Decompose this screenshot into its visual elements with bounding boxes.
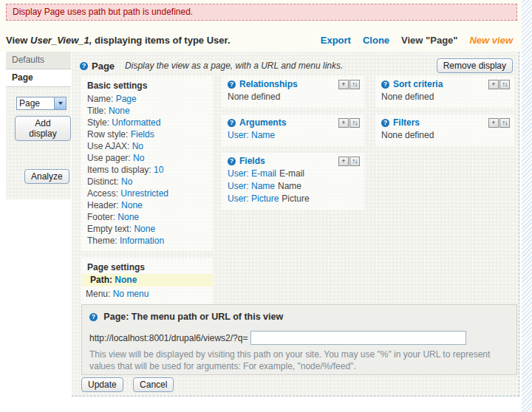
theme-edge-decoration <box>522 0 532 412</box>
setting-style-link[interactable]: Unformatted <box>112 117 160 128</box>
setting-row-distinct: Distinct: No <box>87 176 208 188</box>
view-title-suffix: displaying items of type User. <box>95 35 231 46</box>
menu-label: Menu: <box>86 289 110 299</box>
field-picture-label: Picture <box>282 193 309 204</box>
setting-label: Empty text: <box>87 224 132 234</box>
add-display-button[interactable]: Add display <box>15 116 71 141</box>
setting-pager-link[interactable]: No <box>133 153 144 163</box>
setting-ajax-link[interactable]: No <box>132 141 143 151</box>
setting-header-link[interactable]: None <box>121 200 143 210</box>
setting-label: Style: <box>87 117 109 128</box>
setting-row-row-style: Row style: Fields <box>87 128 208 140</box>
add-icon[interactable]: + <box>338 80 349 89</box>
analyze-button[interactable]: Analyze <box>24 169 69 184</box>
setting-label: Theme: <box>87 236 117 246</box>
path-url-prefix: http://localhost:8001/drupal6/views2/?q= <box>89 333 248 343</box>
field-name-link[interactable]: User: Name <box>228 181 275 191</box>
filters-title-link[interactable]: Filters <box>393 117 488 128</box>
help-icon[interactable]: ? <box>89 313 98 321</box>
path-form-header: ? Page: The menu path or URL of this vie… <box>89 312 508 322</box>
filters-header: ? Filters + ↑↓ <box>381 117 510 129</box>
setting-theme-link[interactable]: Information <box>120 236 164 246</box>
rearrange-icon[interactable]: ↑↓ <box>349 80 360 89</box>
rearrange-icon[interactable]: ↑↓ <box>499 118 510 128</box>
tab-defaults[interactable]: Defaults <box>6 52 71 69</box>
relationships-header: ? Relationships + ↑↓ <box>228 79 360 91</box>
relationships-title-link[interactable]: Relationships <box>239 79 338 89</box>
path-setting-row: Path: None <box>81 274 213 286</box>
page-settings-block: Page settings Path: None Menu: No menu <box>81 258 213 304</box>
fields-title-link[interactable]: Fields <box>239 156 338 166</box>
display-title: Page <box>92 61 115 72</box>
path-value-link[interactable]: None <box>115 275 137 285</box>
filters-block: ? Filters + ↑↓ None defined <box>375 114 514 146</box>
display-type-select[interactable]: Page <box>16 97 66 110</box>
relationships-block: ? Relationships + ↑↓ None defined <box>222 76 364 108</box>
help-icon[interactable]: ? <box>228 157 236 165</box>
view-actions: Export Clone View "Page" New view <box>321 35 519 46</box>
setting-label: Row style: <box>87 129 128 140</box>
view-title: View User_View_1, displaying items of ty… <box>6 35 321 46</box>
setting-row-access: Access: Unrestricted <box>87 188 208 199</box>
view-title-prefix: View <box>6 35 27 46</box>
setting-row-footer: Footer: None <box>87 211 208 223</box>
setting-distinct-link[interactable]: No <box>121 176 132 187</box>
help-icon[interactable]: ? <box>228 80 236 89</box>
setting-empty-text-link[interactable]: None <box>134 224 155 234</box>
new-view-link[interactable]: New view <box>469 35 513 46</box>
basic-settings-title: Basic settings <box>87 79 208 93</box>
sort-criteria-header: ? Sort criteria + ↑↓ <box>381 79 510 91</box>
field-item-email: User: E-mailE-mail <box>228 168 360 180</box>
cancel-button[interactable]: Cancel <box>133 377 174 392</box>
rearrange-icon[interactable]: ↑↓ <box>499 80 510 89</box>
setting-footer-link[interactable]: None <box>117 212 139 222</box>
display-header: ? Page Display the view as a page, with … <box>72 52 519 73</box>
field-item-name: User: NameName <box>228 180 360 193</box>
argument-user-name-link[interactable]: User: Name <box>228 130 275 140</box>
setting-access-link[interactable]: Unrestricted <box>120 188 168 199</box>
setting-title-link[interactable]: None <box>109 106 130 116</box>
sort-criteria-title-link[interactable]: Sort criteria <box>393 79 488 89</box>
remove-display-button[interactable]: Remove display <box>437 58 513 73</box>
rearrange-icon[interactable]: ↑↓ <box>349 118 360 128</box>
help-icon[interactable]: ? <box>381 119 389 127</box>
tab-page-label: Page <box>12 72 33 83</box>
setting-items-link[interactable]: 10 <box>154 165 163 175</box>
clone-link[interactable]: Clone <box>363 35 389 46</box>
setting-row-style-link[interactable]: Fields <box>131 129 154 140</box>
help-icon[interactable]: ? <box>228 119 236 127</box>
field-name-label: Name <box>278 181 301 191</box>
view-page-link[interactable]: View "Page" <box>401 35 457 46</box>
field-picture-link[interactable]: User: Picture <box>228 193 279 204</box>
field-email-link[interactable]: User: E-mail <box>228 168 276 179</box>
settings-column-middle: ? Relationships + ↑↓ None defined ? Argu… <box>222 76 364 216</box>
add-icon[interactable]: + <box>338 118 349 128</box>
rearrange-icon[interactable]: ↑↓ <box>349 157 360 166</box>
fields-block: ? Fields + ↑↓ User: E-mailE-mail User: N… <box>222 153 364 210</box>
view-name: User_View_1, <box>30 35 92 46</box>
export-link[interactable]: Export <box>321 35 351 46</box>
setting-row-name: Name: Page <box>87 93 208 105</box>
sort-criteria-block: ? Sort criteria + ↑↓ None defined <box>375 76 514 108</box>
field-item-picture: User: PicturePicture <box>228 193 360 205</box>
setting-label: Use pager: <box>87 153 131 163</box>
tab-page[interactable]: Page <box>6 69 71 87</box>
path-input[interactable] <box>250 331 466 345</box>
setting-name-link[interactable]: Page <box>116 94 137 104</box>
help-icon[interactable]: ? <box>381 80 389 89</box>
setting-label: Name: <box>87 94 113 104</box>
add-icon[interactable]: + <box>338 157 349 166</box>
add-icon[interactable]: + <box>488 118 499 128</box>
arguments-title-link[interactable]: Arguments <box>239 117 338 128</box>
basic-settings-block: Basic settings Name: Page Title: None St… <box>81 76 213 251</box>
update-button[interactable]: Update <box>81 377 123 392</box>
arguments-block: ? Arguments + ↑↓ User: Name <box>222 114 364 146</box>
menu-value-link[interactable]: No menu <box>113 289 149 299</box>
add-icon[interactable]: + <box>488 80 499 89</box>
path-url-row: http://localhost:8001/drupal6/views2/?q= <box>89 331 508 345</box>
help-icon[interactable]: ? <box>80 62 88 70</box>
setting-label: Header: <box>87 200 119 210</box>
sort-criteria-empty-text: None defined <box>381 91 510 103</box>
setting-row-empty-text: Empty text: None <box>87 223 208 235</box>
setting-row-theme: Theme: Information <box>87 235 208 247</box>
